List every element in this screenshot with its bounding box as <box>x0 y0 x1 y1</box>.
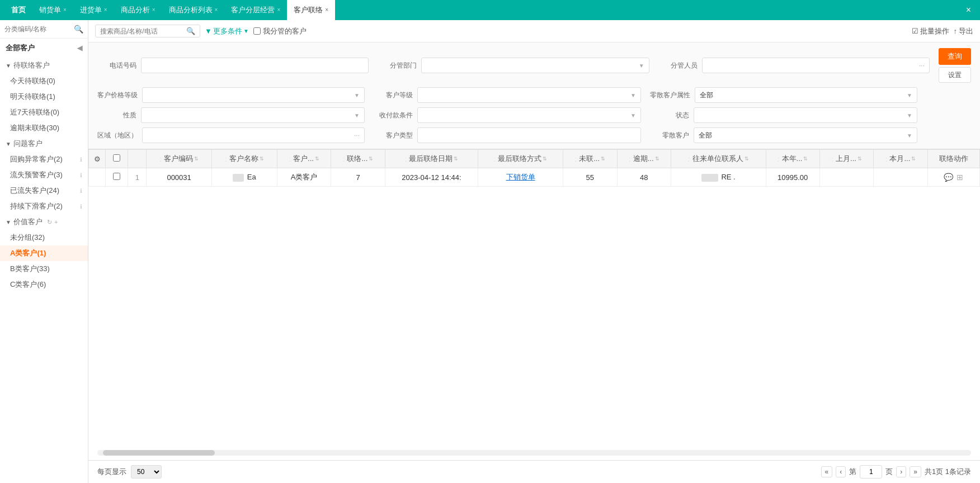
filter-retail-attr-select[interactable]: 全部 ▼ <box>695 87 917 103</box>
filter-status-select[interactable]: ▼ <box>694 107 917 123</box>
filter-price-level-select[interactable]: ▼ <box>142 87 365 103</box>
table-code-col[interactable]: :客户编码⇅ <box>147 150 212 168</box>
table-name-col[interactable]: :客户名称⇅ <box>212 150 277 168</box>
page-size-label: 每页显示 <box>97 467 126 477</box>
search-container: 🔍 <box>95 25 200 37</box>
filter-region-field: 区域（地区） ··· <box>97 127 365 143</box>
table-no-contact-col[interactable]: :未联...⇅ <box>563 150 617 168</box>
select-all-checkbox[interactable] <box>113 154 120 162</box>
filter-nature-select[interactable]: ▼ <box>141 107 365 123</box>
page-size-select[interactable]: 50 100 <box>131 465 162 479</box>
name-sort-icon: ⇅ <box>260 156 264 162</box>
row-no-contact-cell: 55 <box>563 168 617 187</box>
table-category-col[interactable]: :客户...⇅ <box>277 150 331 168</box>
tab-sales[interactable]: 销货单 × <box>32 0 73 20</box>
tab-purchase[interactable]: 进货单 × <box>73 0 114 20</box>
sidebar-item-b-class[interactable]: B类客户(33) <box>0 261 88 277</box>
more-conditions-button[interactable]: ▼ 更多条件 ▼ <box>205 26 249 36</box>
sidebar-group-pending-contact[interactable]: ▼ 待联络客户 <box>0 58 88 73</box>
horizontal-scrollbar[interactable] <box>88 446 980 460</box>
table-checkbox-col <box>106 150 128 168</box>
tab-customer-tier[interactable]: 客户分层经营 × <box>224 0 287 20</box>
filter-customer-type-select[interactable] <box>417 127 641 143</box>
filter-row-1: 电话号码 分管部门 ▼ 分管人员 ··· <box>97 48 971 83</box>
tab-home[interactable]: 首页 <box>4 0 32 20</box>
query-button[interactable]: 查询 <box>939 48 971 65</box>
row-checkbox[interactable] <box>113 173 120 180</box>
filter-customer-level-select[interactable]: ▼ <box>417 87 641 103</box>
close-goods-analysis-list-icon[interactable]: × <box>215 0 218 20</box>
sidebar-item-today[interactable]: 今天待联络(0) <box>0 73 88 89</box>
sidebar-search-input[interactable] <box>4 25 72 33</box>
person-select-ellipsis-icon[interactable]: ··· <box>919 61 925 69</box>
export-button[interactable]: ↑ 导出 <box>954 26 974 36</box>
table-overdue-col[interactable]: :逾期...⇅ <box>617 150 671 168</box>
filter-bar: 🔍 ▼ 更多条件 ▼ 我分管的客户 ☑ 批量操作 ↑ 导出 <box>88 20 980 42</box>
sidebar-group-problem-customers[interactable]: ▼ 问题客户 <box>0 136 88 151</box>
close-purchase-icon[interactable]: × <box>104 0 107 20</box>
filter-customer-type-label: 客户类型 <box>374 131 413 140</box>
filter-retail-customer-label: 零散客户 <box>650 131 689 140</box>
main-search-icon[interactable]: 🔍 <box>186 27 195 35</box>
filter-customer-type-field: 客户类型 <box>374 127 641 143</box>
sidebar-item-churned[interactable]: 已流失客户(24) ℹ <box>0 183 88 198</box>
tab-goods-analysis[interactable]: 商品分析 × <box>114 0 162 20</box>
filter-retail-customer-select[interactable]: 全部 ▼ <box>694 127 917 143</box>
sidebar-group-value-customers[interactable]: ▼ 价值客户 ↻ + <box>0 214 88 230</box>
value-customers-refresh-icon[interactable]: ↻ <box>47 219 52 226</box>
prev-page-button[interactable]: ‹ <box>836 466 846 477</box>
filter-region-select[interactable]: ··· <box>142 127 365 143</box>
close-goods-analysis-icon[interactable]: × <box>152 0 156 20</box>
table-last-date-col[interactable]: :最后联络日期⇅ <box>385 150 478 168</box>
table-contact-person-col[interactable]: :往来单位联系人⇅ <box>671 150 766 168</box>
sidebar-item-overdue[interactable]: 逾期未联络(30) <box>0 120 88 136</box>
table-settings-col[interactable]: ⚙ <box>89 150 106 168</box>
col-sep-icon11: : <box>831 155 833 163</box>
tab-customer-contact[interactable]: 客户联络 × <box>287 0 335 20</box>
sidebar-item-c-class[interactable]: C类客户(6) <box>0 277 88 292</box>
filter-dept-select[interactable]: ▼ <box>421 58 649 73</box>
sidebar-all-customers[interactable]: 全部客户 ◀ <box>0 39 88 58</box>
page-input[interactable] <box>860 465 882 479</box>
table-this-year-col[interactable]: :本年...⇅ <box>766 150 819 168</box>
qr-icon[interactable]: ⊞ <box>957 173 963 182</box>
sidebar-item-tomorrow[interactable]: 明天待联络(1) <box>0 89 88 105</box>
close-sales-icon[interactable]: × <box>63 0 67 20</box>
main-search-input[interactable] <box>100 27 184 35</box>
sidebar-item-declining[interactable]: 持续下滑客户(2) ℹ <box>0 198 88 214</box>
close-customer-contact-icon[interactable]: × <box>325 0 328 20</box>
batch-op-button[interactable]: ☑ 批量操作 <box>912 26 949 36</box>
sidebar-search-container: 🔍 <box>0 20 88 39</box>
row-settings-cell <box>89 168 106 187</box>
sidebar-item-a-class[interactable]: A类客户(1) <box>0 245 88 261</box>
sidebar-search-icon[interactable]: 🔍 <box>74 25 83 34</box>
tab-goods-analysis-list[interactable]: 商品分析列表 × <box>162 0 225 20</box>
close-all-button[interactable]: × <box>962 5 976 15</box>
table-last-method-col[interactable]: :最后联络方式⇅ <box>478 150 563 168</box>
next-page-button[interactable]: › <box>896 466 906 477</box>
value-customers-arrow-icon: ▼ <box>6 219 11 225</box>
last-page-button[interactable]: » <box>910 466 921 477</box>
my-customers-checkbox[interactable] <box>253 27 261 35</box>
filter-region-label: 区域（地区） <box>97 131 138 140</box>
page-suffix: 页 <box>885 467 893 477</box>
message-icon[interactable]: 💬 <box>944 173 953 182</box>
filter-payment-select[interactable]: ▼ <box>417 107 641 123</box>
sidebar-item-churn-warn[interactable]: 流失预警客户(3) ℹ <box>0 167 88 183</box>
scrollbar-thumb[interactable] <box>103 450 215 456</box>
table-contact-col[interactable]: :联络...⇅ <box>331 150 385 168</box>
table-this-month-col[interactable]: :本月...⇅ <box>874 150 927 168</box>
first-page-button[interactable]: « <box>821 466 833 477</box>
filter-status-label: 状态 <box>650 111 689 120</box>
filter-person-select[interactable]: ··· <box>702 58 930 73</box>
value-customers-add-icon[interactable]: + <box>54 219 58 225</box>
table-last-month-col[interactable]: :上月...⇅ <box>819 150 873 168</box>
sidebar-item-ungrouped[interactable]: 未分组(32) <box>0 230 88 245</box>
close-customer-tier-icon[interactable]: × <box>277 0 280 20</box>
sidebar-collapse-icon[interactable]: ◀ <box>77 44 82 52</box>
region-select-ellipsis-icon[interactable]: ··· <box>354 131 360 139</box>
sidebar-item-week[interactable]: 近7天待联络(0) <box>0 105 88 120</box>
sidebar-item-repurchase[interactable]: 回购异常客户(2) ℹ <box>0 151 88 167</box>
filter-phone-input[interactable] <box>141 58 369 73</box>
settings-button[interactable]: 设置 <box>939 67 971 83</box>
